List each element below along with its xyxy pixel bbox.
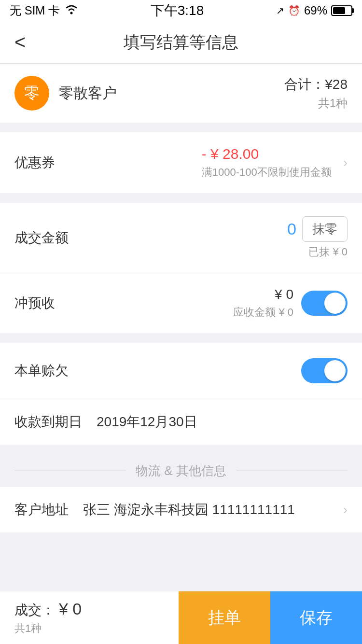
due-date-value: 2019年12月30日 bbox=[97, 413, 197, 431]
credit-label: 本单赊欠 bbox=[14, 362, 69, 380]
back-button[interactable]: < bbox=[14, 31, 43, 53]
status-right: ↗ ⏰ 69% bbox=[276, 4, 352, 17]
prepayment-right: ¥ 0 应收金额 ¥ 0 bbox=[233, 287, 348, 320]
prepayment-value-block: ¥ 0 应收金额 ¥ 0 bbox=[233, 287, 293, 320]
credit-toggle-knob bbox=[324, 360, 346, 381]
customer-row: 零 零散客户 合计：¥28 共1种 bbox=[0, 64, 362, 123]
customer-right: 合计：¥28 共1种 bbox=[284, 75, 348, 111]
deal-amount-sub: 已抹 ¥ 0 bbox=[267, 245, 348, 259]
bottom-deal-row: 成交： ¥ 0 bbox=[14, 600, 164, 619]
total-amount: 合计：¥28 bbox=[284, 75, 348, 94]
coupon-label: 优惠券 bbox=[14, 154, 55, 172]
bottom-count: 共1种 bbox=[14, 621, 164, 636]
deal-amount-label: 成交金额 bbox=[14, 229, 69, 247]
prepayment-value: ¥ 0 bbox=[233, 287, 293, 302]
deal-amount-row: 成交金额 抹零 已抹 ¥ 0 bbox=[0, 203, 362, 273]
credit-card: 本单赊欠 收款到期日 2019年12月30日 bbox=[0, 343, 362, 445]
address-value: 张三 海淀永丰科技园 11111111111 bbox=[83, 501, 325, 519]
coupon-right: - ¥ 28.00 满1000-100不限制使用金额 › bbox=[202, 146, 348, 180]
round-zero-button[interactable]: 抹零 bbox=[302, 216, 348, 242]
status-bar: 无 SIM 卡 下午3:18 ↗ ⏰ 69% bbox=[0, 0, 362, 21]
alarm-icon: ⏰ bbox=[288, 5, 300, 16]
bottom-bar: 成交： ¥ 0 共1种 挂单 保存 bbox=[0, 591, 362, 644]
address-chevron-icon: › bbox=[343, 502, 348, 518]
customer-left: 零 零散客户 bbox=[14, 76, 117, 111]
save-button[interactable]: 保存 bbox=[270, 591, 362, 644]
prepayment-toggle[interactable] bbox=[301, 291, 348, 316]
content-area: 零 零散客户 合计：¥28 共1种 优惠券 - ¥ 28.00 满1000-10… bbox=[0, 64, 362, 600]
line-divider-right bbox=[236, 471, 348, 471]
location-icon: ↗ bbox=[276, 5, 284, 16]
amount-card: 成交金额 抹零 已抹 ¥ 0 冲预收 ¥ 0 应收金额 ¥ 0 bbox=[0, 203, 362, 333]
bottom-summary: 成交： ¥ 0 共1种 bbox=[0, 600, 179, 636]
svg-point-0 bbox=[70, 12, 73, 14]
coupon-sub: 满1000-100不限制使用金额 bbox=[202, 165, 332, 180]
coupon-value-block: - ¥ 28.00 满1000-100不限制使用金额 bbox=[202, 146, 332, 180]
deal-amount-right: 抹零 已抹 ¥ 0 bbox=[267, 216, 348, 259]
customer-name: 零散客户 bbox=[59, 84, 117, 103]
nav-bar: < 填写结算等信息 bbox=[0, 21, 362, 64]
credit-row: 本单赊欠 bbox=[0, 343, 362, 399]
prepayment-row: 冲预收 ¥ 0 应收金额 ¥ 0 bbox=[0, 273, 362, 333]
logistics-title: 物流 & 其他信息 bbox=[136, 462, 226, 479]
coupon-row[interactable]: 优惠券 - ¥ 28.00 满1000-100不限制使用金额 › bbox=[0, 132, 362, 193]
chevron-right-icon: › bbox=[343, 155, 348, 170]
line-divider-left bbox=[14, 471, 126, 471]
status-time: 下午3:18 bbox=[151, 1, 204, 20]
due-date-row: 收款到期日 2019年12月30日 bbox=[0, 399, 362, 445]
bottom-deal-label: 成交： bbox=[14, 601, 55, 619]
bottom-deal-amount: ¥ 0 bbox=[59, 600, 82, 618]
credit-right bbox=[301, 358, 348, 383]
prepayment-label: 冲预收 bbox=[14, 294, 55, 312]
address-row[interactable]: 客户地址 张三 海淀永丰科技园 11111111111 › bbox=[0, 487, 362, 532]
battery-icon bbox=[331, 5, 352, 16]
coupon-discount: - ¥ 28.00 bbox=[202, 146, 332, 162]
address-label: 客户地址 bbox=[14, 501, 69, 519]
prepayment-sub: 应收金额 ¥ 0 bbox=[233, 305, 293, 320]
status-left: 无 SIM 卡 bbox=[10, 3, 78, 18]
toggle-knob bbox=[324, 293, 346, 314]
hold-button[interactable]: 挂单 bbox=[179, 591, 270, 644]
battery-percent: 69% bbox=[304, 4, 327, 17]
carrier-text: 无 SIM 卡 bbox=[10, 3, 60, 18]
due-date-label: 收款到期日 bbox=[14, 413, 82, 431]
avatar-text: 零 bbox=[24, 83, 40, 104]
logistics-section: 物流 & 其他信息 bbox=[0, 455, 362, 487]
credit-toggle[interactable] bbox=[301, 358, 348, 383]
page-title: 填写结算等信息 bbox=[124, 31, 238, 54]
deal-amount-value-block: 抹零 已抹 ¥ 0 bbox=[267, 216, 348, 259]
coupon-card: 优惠券 - ¥ 28.00 满1000-100不限制使用金额 › bbox=[0, 132, 362, 193]
wifi-icon bbox=[65, 4, 78, 17]
avatar: 零 bbox=[14, 76, 49, 111]
total-count: 共1种 bbox=[284, 96, 348, 111]
deal-amount-input[interactable] bbox=[267, 220, 296, 238]
